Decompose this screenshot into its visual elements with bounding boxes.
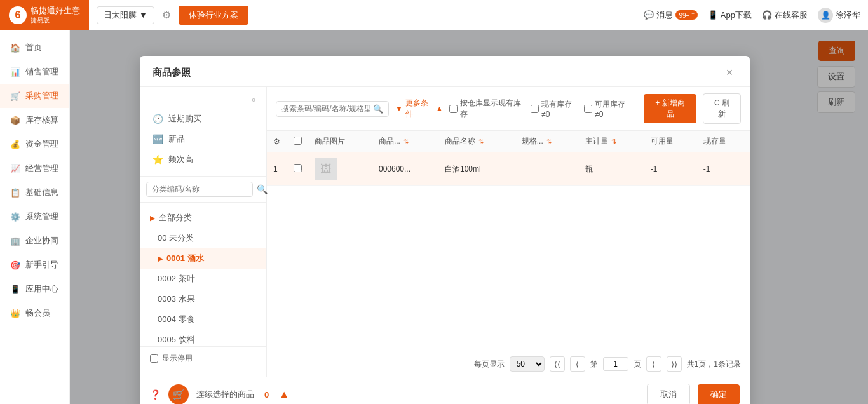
table-header-row: ⚙ 商品图片 商品... ⇅ 商品名称 ⇅ bbox=[267, 131, 750, 152]
next-page-button[interactable]: ⟩ bbox=[646, 356, 661, 372]
quick-item-frequent[interactable]: ⭐ 频次高 bbox=[146, 149, 260, 170]
product-search-input[interactable] bbox=[281, 104, 370, 113]
sort-spec-icon: ⇅ bbox=[546, 138, 552, 145]
modal-body: « 🕐 近期购买 🆕 新品 ⭐ 频次高 bbox=[140, 87, 750, 377]
td-checkbox[interactable] bbox=[287, 152, 308, 186]
selected-label: 连续选择的商品 bbox=[196, 389, 254, 400]
category-uncategorized[interactable]: 00 未分类 bbox=[140, 228, 266, 248]
messages-item[interactable]: 💬 消息 99+ + bbox=[644, 10, 697, 21]
refresh-button[interactable]: C 刷新 bbox=[703, 93, 741, 124]
category-beverages[interactable]: 0005 饮料 bbox=[140, 330, 266, 346]
cart-button[interactable]: 🛒 bbox=[168, 384, 189, 404]
sidebar-item-system[interactable]: ⚙️ 系统管理 bbox=[0, 205, 69, 229]
warehouse-stock-filter[interactable]: 按仓库显示现有库存 bbox=[449, 98, 524, 119]
sidebar-item-sales[interactable]: 📊 销售管理 bbox=[0, 60, 69, 84]
nav-dropdown[interactable]: 日太阳膜 ▼ bbox=[97, 6, 154, 24]
td-name: 白酒100ml bbox=[438, 152, 515, 186]
sidebar-item-inventory[interactable]: 📦 库存核算 bbox=[0, 108, 69, 132]
gear-icon[interactable]: ⚙ bbox=[162, 9, 171, 21]
product-search-icon[interactable]: 🔍 bbox=[373, 104, 383, 114]
base-info-icon: 📋 bbox=[10, 188, 20, 198]
warehouse-stock-checkbox[interactable] bbox=[449, 105, 458, 113]
sidebar-item-enterprise[interactable]: 🏢 企业协同 bbox=[0, 229, 69, 253]
sidebar-item-apps[interactable]: 📱 应用中心 bbox=[0, 277, 69, 301]
select-all-checkbox[interactable] bbox=[294, 137, 302, 145]
cancel-button[interactable]: 取消 bbox=[647, 384, 690, 404]
quick-item-new[interactable]: 🆕 新品 bbox=[146, 129, 260, 149]
last-page-button[interactable]: ⟩⟩ bbox=[667, 356, 682, 372]
filter-icon: ▼ bbox=[395, 104, 403, 113]
category-fruit[interactable]: 0003 水果 bbox=[140, 289, 266, 309]
th-gear[interactable]: ⚙ bbox=[267, 131, 287, 152]
modal-title: 商品参照 bbox=[153, 67, 191, 79]
sort-unit-icon: ⇅ bbox=[611, 138, 616, 145]
th-spec[interactable]: 规格... ⇅ bbox=[515, 131, 579, 152]
category-alcohol[interactable]: ▶ 0001 酒水 bbox=[140, 248, 266, 269]
chevron-down-icon: ▼ bbox=[139, 10, 147, 20]
th-checkbox[interactable] bbox=[287, 131, 308, 152]
filter-arrow-icon: ▲ bbox=[435, 104, 443, 113]
td-code: 000600... bbox=[372, 152, 438, 186]
product-search-bar[interactable]: 🔍 bbox=[276, 101, 389, 117]
category-search-input[interactable] bbox=[146, 182, 253, 197]
page-number-input[interactable] bbox=[603, 357, 628, 371]
td-unit: 瓶 bbox=[579, 152, 644, 186]
modal-close-button[interactable]: × bbox=[722, 65, 737, 80]
category-search-area: 🔍 bbox=[140, 177, 266, 203]
sidebar-item-finance[interactable]: 💰 资金管理 bbox=[0, 132, 69, 156]
row-checkbox[interactable] bbox=[294, 164, 302, 172]
td-spec bbox=[515, 152, 579, 186]
footer-collapse-icon[interactable]: ▲ bbox=[279, 389, 289, 400]
modal-left-panel: « 🕐 近期购买 🆕 新品 ⭐ 频次高 bbox=[140, 87, 267, 377]
logo-icon: 6 bbox=[9, 6, 27, 24]
prev-page-button[interactable]: ⟨ bbox=[570, 356, 585, 372]
main-area: 查询 设置 刷新 商品参照 × « bbox=[70, 30, 868, 404]
product-table: ⚙ 商品图片 商品... ⇅ 商品名称 ⇅ bbox=[267, 131, 750, 186]
sales-icon: 📊 bbox=[10, 67, 20, 77]
quick-item-recent[interactable]: 🕐 近期购买 bbox=[146, 109, 260, 129]
help-icon[interactable]: ❓ bbox=[150, 389, 161, 400]
th-stock: 现存量 bbox=[697, 131, 750, 152]
stock-nonzero-checkbox[interactable] bbox=[531, 105, 539, 113]
trial-button[interactable]: 体验行业方案 bbox=[179, 6, 248, 25]
sidebar-item-guide[interactable]: 🎯 新手引导 bbox=[0, 253, 69, 277]
top-nav: 6 畅捷通好生意 捷易版 日太阳膜 ▼ ⚙ 体验行业方案 💬 消息 99+ + … bbox=[0, 0, 868, 30]
app-download-item[interactable]: 📱 App下载 bbox=[708, 10, 752, 21]
message-badge: 99+ + bbox=[675, 10, 697, 20]
display-stopped-checkbox[interactable] bbox=[150, 354, 158, 363]
table-row[interactable]: 1 🖼 000600... 白酒100ml 瓶 -1 bbox=[267, 152, 750, 186]
customer-service-item[interactable]: 🎧 在线客服 bbox=[762, 10, 808, 21]
stock-nonzero-filter[interactable]: 现有库存≠0 bbox=[531, 99, 578, 119]
available-nonzero-checkbox[interactable] bbox=[584, 105, 592, 113]
quick-items: « 🕐 近期购买 🆕 新品 ⭐ 频次高 bbox=[140, 93, 266, 177]
th-available: 可用量 bbox=[644, 131, 697, 152]
sidebar-item-members[interactable]: 👑 畅会员 bbox=[0, 301, 69, 325]
add-product-button[interactable]: + 新增商品 bbox=[644, 94, 696, 123]
page-size-select[interactable]: 10 20 50 100 bbox=[510, 356, 545, 372]
available-nonzero-filter[interactable]: 可用库存≠0 bbox=[584, 99, 631, 119]
star-icon: ⭐ bbox=[153, 154, 163, 165]
collapse-left-button[interactable]: « bbox=[247, 93, 260, 106]
enterprise-icon: 🏢 bbox=[10, 236, 20, 246]
first-page-button[interactable]: ⟨⟨ bbox=[550, 356, 565, 372]
operations-icon: 📈 bbox=[10, 164, 20, 173]
sidebar-item-purchase[interactable]: 🛒 采购管理 bbox=[0, 84, 69, 108]
active-arrow-icon: ▶ bbox=[158, 255, 163, 263]
product-table-container: ⚙ 商品图片 商品... ⇅ 商品名称 ⇅ bbox=[267, 131, 750, 351]
category-tea[interactable]: 0002 茶叶 bbox=[140, 269, 266, 289]
th-code[interactable]: 商品... ⇅ bbox=[372, 131, 438, 152]
sidebar-item-home[interactable]: 🏠 首页 bbox=[0, 36, 69, 60]
product-reference-modal: 商品参照 × « 🕐 近期购买 bbox=[140, 56, 750, 404]
category-search-icon[interactable]: 🔍 bbox=[257, 184, 268, 194]
modal-right-panel: 🔍 ▼ 更多条件 ▲ 按仓库显示现有库存 bbox=[267, 87, 750, 377]
confirm-button[interactable]: 确定 bbox=[698, 384, 740, 404]
th-unit[interactable]: 主计量 ⇅ bbox=[579, 131, 644, 152]
sidebar-item-base-info[interactable]: 📋 基础信息 bbox=[0, 180, 69, 205]
category-snacks[interactable]: 0004 零食 bbox=[140, 309, 266, 330]
sidebar-item-operations[interactable]: 📈 经营管理 bbox=[0, 156, 69, 180]
category-all[interactable]: ▶ 全部分类 bbox=[140, 208, 266, 228]
th-name[interactable]: 商品名称 ⇅ bbox=[438, 131, 515, 152]
filter-button[interactable]: ▼ 更多条件 ▲ bbox=[395, 98, 443, 119]
td-num: 1 bbox=[267, 152, 287, 186]
user-item[interactable]: 👤 徐泽华 bbox=[818, 8, 860, 23]
